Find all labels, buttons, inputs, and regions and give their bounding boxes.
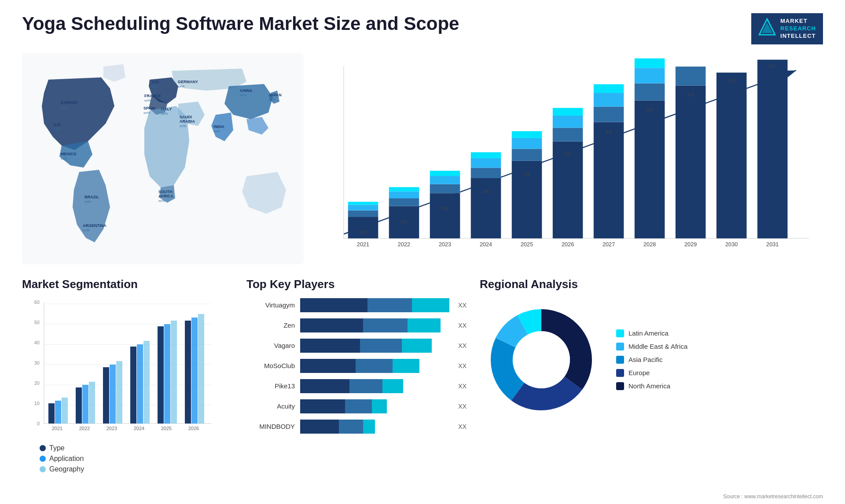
svg-text:2022: 2022 [398,241,410,247]
player-bar-1 [300,318,449,332]
svg-text:2024: 2024 [480,241,492,247]
player-bar-dark-6 [300,420,339,434]
player-bar-light-2 [402,339,432,353]
player-row-1: Zen XX [246,318,467,332]
page-title: Yoga Scheduling Software Market Size and… [22,13,459,34]
southafrica-label: SOUTH [158,190,173,194]
legend-color-latin [616,329,624,337]
svg-text:XX: XX [400,218,408,224]
uk-value: xx% [152,84,158,88]
svg-rect-20 [430,176,460,184]
player-bar-dark-4 [300,379,349,393]
svg-rect-27 [471,152,501,158]
svg-text:2025: 2025 [161,426,172,431]
legend-label-latin: Latin America [628,329,669,337]
world-map-svg: CANADA xx% U.S. xx% MEXICO xx% BRAZIL xx… [22,53,304,264]
legend-dot-type [40,445,46,451]
player-xx-2: XX [458,342,467,349]
svg-text:XX: XX [605,129,612,135]
player-xx-4: XX [458,383,467,390]
svg-text:XX: XX [769,63,776,69]
players-title: Top Key Players [246,278,467,291]
svg-rect-48 [635,100,665,238]
italy-label: ITALY [161,107,172,111]
svg-text:XX: XX [482,188,489,194]
legend-latin-america: Latin America [616,329,687,337]
spain-value: xx% [143,111,150,115]
brazil-label: BRAZIL [84,195,99,199]
donut-chart-svg [480,298,603,421]
legend-dot-application [40,456,46,462]
svg-text:XX: XX [441,205,448,211]
svg-text:60: 60 [34,299,40,305]
svg-rect-95 [137,344,143,424]
us-label: U.S. [54,122,62,127]
player-bar-0 [300,298,449,312]
svg-rect-97 [158,326,164,424]
player-bar-light-6 [363,420,375,434]
svg-rect-18 [430,193,460,238]
svg-text:XX: XX [728,77,735,83]
legend-color-mea [616,343,624,351]
player-bar-4 [300,379,449,393]
svg-text:20: 20 [34,380,40,386]
svg-rect-33 [512,131,542,138]
svg-rect-44 [594,93,624,106]
header: Yoga Scheduling Software Market Size and… [22,13,823,44]
player-bar-3 [300,359,449,373]
player-bar-dark-5 [300,399,345,413]
japan-value: xx% [268,98,275,102]
svg-text:2031: 2031 [766,241,779,247]
svg-text:2023: 2023 [107,426,117,431]
player-xx-0: XX [458,302,467,309]
player-bar-2 [300,339,449,353]
player-xx-5: XX [458,403,467,410]
svg-text:0: 0 [37,421,40,426]
svg-text:2021: 2021 [52,426,62,431]
player-row-4: Pike13 XX [246,379,467,393]
brazil-value: xx% [84,200,91,204]
player-bar-mid-5 [345,399,372,413]
player-row-2: Vagaro XX [246,339,467,353]
southafrica-label2: AFRICA [158,194,173,198]
regional-title: Regional Analysis [480,278,823,291]
legend-color-na [616,382,624,390]
svg-text:10: 10 [34,401,40,406]
player-bar-mid-1 [363,318,408,332]
svg-rect-85 [48,403,55,424]
svg-text:2025: 2025 [521,241,533,247]
logo-text: MARKET RESEARCH INTELLECT [780,18,816,40]
svg-text:2026: 2026 [562,241,574,247]
svg-rect-55 [676,66,706,85]
svg-rect-88 [76,387,82,424]
legend-middle-east: Middle East & Africa [616,343,687,351]
legend-color-europe [616,369,624,377]
svg-rect-37 [553,128,583,141]
player-bar-mid-0 [367,298,412,312]
mexico-value: xx% [61,157,67,161]
player-bar-light-3 [393,359,419,373]
player-row-5: Acuity XX [246,399,467,413]
player-name-2: Vagaro [246,342,295,349]
svg-rect-58 [716,73,747,238]
svg-text:2027: 2027 [603,241,615,247]
svg-text:2030: 2030 [725,241,738,247]
player-row-3: MoSoClub XX [246,359,467,373]
svg-rect-14 [389,191,419,198]
legend-type: Type [40,444,233,452]
legend-dot-geography [40,466,46,472]
segmentation-section: Market Segmentation 0 10 20 30 40 50 60 [22,278,233,504]
svg-point-109 [513,331,570,388]
svg-rect-42 [594,122,624,238]
svg-rect-91 [103,367,109,424]
svg-rect-9 [348,201,378,205]
svg-rect-24 [471,178,501,238]
japan-label: JAPAN [268,93,282,97]
player-bar-light-0 [412,298,449,312]
svg-rect-94 [130,347,136,424]
svg-text:XX: XX [360,229,367,235]
saudi-label: SAUDI [180,115,192,119]
player-bar-mid-6 [339,420,363,434]
svg-text:2026: 2026 [188,426,199,431]
svg-rect-92 [110,365,116,424]
